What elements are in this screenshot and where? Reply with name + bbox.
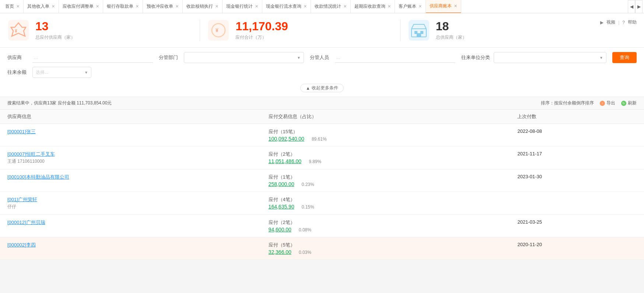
payable-percent-3: 0.15% (302, 204, 314, 210)
close-tab-cash-bank-query[interactable]: ✕ (304, 4, 307, 9)
nav-tab-receipt-stat[interactable]: 收款情况统计 ✕ (311, 0, 351, 13)
svg-text:¥: ¥ (15, 28, 17, 34)
collapse-button[interactable]: ▲ 收起更多条件 (300, 84, 344, 92)
balance-dropdown-arrow: ▼ (84, 70, 88, 75)
close-tab-receipt-stat[interactable]: ✕ (343, 4, 347, 9)
nav-scroll-left[interactable]: ◀ (628, 0, 635, 13)
results-bar: 搜索结果中，供应商13家 应付金额 111,703,854.00元 排序：按应付… (0, 97, 644, 110)
category-dropdown-arrow: ▼ (599, 56, 603, 60)
payable-supplier-info: 13 总应付供应商（家） (35, 20, 75, 41)
help-link[interactable]: 帮助 (628, 19, 637, 25)
supplier-link-4[interactable]: [000012]广州贝瑞 (7, 220, 45, 225)
nav-tab-receipt-verify[interactable]: 收款核销执行 ✕ (183, 0, 223, 13)
payable-amount-3[interactable]: 164,635.90 (269, 204, 294, 210)
close-tab-overdue-query[interactable]: ✕ (388, 4, 391, 9)
summary-area: ¥ 13 总应付供应商（家） ¥ 11,170.39 应付合计（万） (0, 13, 644, 48)
payable-percent-0: 89.61% (312, 137, 327, 142)
close-tab-supplier-book[interactable]: ✕ (454, 4, 457, 8)
total-supplier-count: 18 (436, 20, 467, 33)
nav-tab-customer-book[interactable]: 客户账本 ✕ (395, 0, 426, 13)
close-tab-other-income[interactable]: ✕ (52, 4, 55, 9)
query-button[interactable]: 查询 (612, 52, 637, 63)
svg-rect-10 (417, 33, 421, 37)
card-divider-1 (200, 19, 200, 41)
col-header-supplier: 供应商信息 (0, 110, 261, 124)
last-payment-cell-0: 2022-08-08 (510, 124, 644, 146)
payable-cell-5: 应付（5笔）32,366.000.03% (261, 237, 510, 260)
last-payment-cell-1: 2021-11-17 (510, 146, 644, 169)
svg-text:¥: ¥ (216, 27, 218, 33)
nav-tab-bank-deposit[interactable]: 银行存取款单 ✕ (103, 0, 143, 13)
supplier-link-5[interactable]: [000002]李四 (7, 242, 36, 248)
nav-scroll-right[interactable]: ▶ (635, 0, 643, 13)
payable-row-4: 94,600.000.08% (269, 226, 503, 232)
payable-cell-0: 应付（15笔）100,092,540.0089.61% (261, 124, 510, 146)
close-tab-receipt-verify[interactable]: ✕ (215, 4, 218, 9)
export-action[interactable]: ↑ 导出 (600, 100, 615, 106)
nav-tab-supplier-book[interactable]: 供应商账本 ✕ (426, 0, 461, 13)
balance-label: 往来余额 (7, 69, 29, 76)
video-link[interactable]: 视频 (606, 19, 615, 25)
refresh-icon: ↻ (621, 101, 626, 106)
category-select[interactable]: ▼ (494, 52, 607, 63)
supplier-link-1[interactable]: [000007]恒旺二手叉车 (7, 151, 55, 157)
payable-count-3: 应付（4笔） (269, 197, 295, 202)
nav-tab-prepay-charge[interactable]: 预收冲应收单 ✕ (143, 0, 183, 13)
payable-count-0: 应付（15笔） (269, 129, 298, 134)
close-tab-prepay-charge[interactable]: ✕ (175, 4, 179, 9)
supplier-table: 供应商信息 应付交易信息（占比） 上次付数 [000001]张三应付（15笔）1… (0, 110, 644, 260)
payable-cell-4: 应付（2笔）94,600.000.08% (261, 215, 510, 237)
dept-select[interactable]: ▼ (184, 52, 304, 63)
nav-tab-ar-ap-adjust[interactable]: 应收应付调整单 ✕ (59, 0, 103, 13)
balance-select[interactable]: 选择... ▼ (32, 67, 91, 78)
supplier-link-2[interactable]: [000100]本特勤油品有限公司 (7, 174, 69, 180)
balance-placeholder: 选择... (36, 69, 48, 76)
svg-rect-3 (208, 20, 229, 41)
supplier-sub-3: 仔仔 (7, 204, 254, 210)
payable-cell-3: 应付（4笔）164,635.900.15% (261, 192, 510, 215)
supplier-link-0[interactable]: [000001]张三 (7, 129, 36, 134)
payable-amount-4[interactable]: 94,600.00 (269, 227, 291, 232)
nav-scroll-arrows: ◀ ▶ (628, 0, 643, 13)
payable-row-2: 258,000.000.23% (269, 180, 503, 187)
close-tab-ar-ap-adjust[interactable]: ✕ (96, 4, 99, 9)
payable-percent-5: 0.03% (299, 250, 311, 255)
dept-label: 分管部门 (159, 54, 181, 61)
supplier-link-3[interactable]: [001]广州荣轩 (7, 197, 37, 202)
payable-count-1: 应付（2笔） (269, 151, 295, 157)
sort-control[interactable]: 排序：按应付余额倒序排序 (541, 100, 594, 106)
supplier-input[interactable] (32, 52, 153, 63)
total-payable-amount: 11,170.39 (235, 20, 288, 33)
close-tab-bank-deposit[interactable]: ✕ (136, 4, 139, 9)
nav-tab-cash-bank-query[interactable]: 现金银行流水查询 ✕ (262, 0, 311, 13)
nav-tab-cash-bank-stat[interactable]: 现金银行统计 ✕ (223, 0, 262, 13)
filter-row-1: 供应商 分管部门 ▼ 分管人员 往来单位分类 ▼ 查询 (7, 52, 637, 63)
refresh-action[interactable]: ↻ 刷新 (621, 100, 637, 106)
total-supplier-icon (408, 19, 430, 41)
filter-supplier: 供应商 (7, 52, 153, 63)
summary-card-total-payable: ¥ 11,170.39 应付合计（万） (207, 19, 400, 41)
close-tab-customer-book[interactable]: ✕ (419, 4, 422, 9)
col-header-last-payment: 上次付数 (510, 110, 644, 124)
nav-tab-other-income[interactable]: 其他收入单 ✕ (24, 0, 59, 13)
supplier-sub-1: 王通 17106110000 (7, 158, 254, 165)
payable-percent-1: 9.89% (309, 159, 321, 164)
table-row: [000007]恒旺二手叉车王通 17106110000应付（2笔）11,051… (0, 146, 644, 169)
dept-dropdown-arrow: ▼ (297, 56, 301, 60)
close-tab-cash-bank-stat[interactable]: ✕ (255, 4, 258, 9)
payable-amount-1[interactable]: 11,051,486.00 (269, 158, 302, 164)
payable-count-4: 应付（2笔） (269, 220, 295, 225)
last-payment-cell-3 (510, 192, 644, 215)
filter-category: 往来单位分类 ▼ (461, 52, 607, 63)
nav-tab-overdue-query[interactable]: 超期应收款查询 ✕ (351, 0, 395, 13)
payable-amount-2[interactable]: 258,000.00 (269, 181, 294, 187)
payable-amount-0[interactable]: 100,092,540.00 (269, 136, 304, 142)
nav-tab-home[interactable]: 首页 ✕ (1, 0, 24, 13)
card-divider-2 (400, 19, 400, 41)
person-input[interactable] (335, 52, 455, 63)
payable-amount-5[interactable]: 32,366.00 (269, 249, 291, 255)
total-payable-info: 11,170.39 应付合计（万） (235, 20, 288, 41)
close-tab-home[interactable]: ✕ (16, 4, 20, 9)
supplier-cell-4: [000012]广州贝瑞 (0, 215, 261, 237)
total-payable-icon: ¥ (207, 19, 230, 41)
